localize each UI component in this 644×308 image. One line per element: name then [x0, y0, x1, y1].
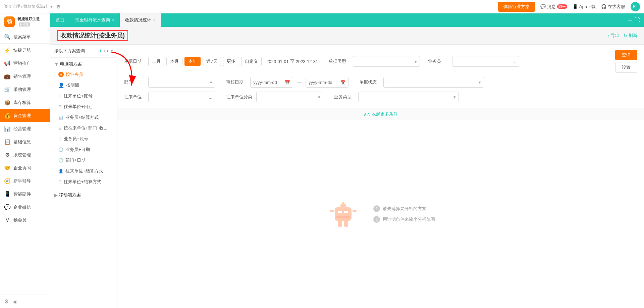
nav-dropdown[interactable]: ▾ [50, 4, 52, 9]
new-guide-label: 新手引导 [13, 178, 31, 184]
by-salesperson-label: 按业务员 [66, 71, 83, 78]
svg-rect-7 [353, 210, 357, 212]
scheme-item-salesperson-date[interactable]: 🕐 业务员+日期 [50, 144, 117, 155]
nav-enterprise-collab[interactable]: 🤝 企业协同 [0, 161, 50, 174]
app-logo: 畅 [4, 16, 15, 27]
scheme-add-btn[interactable]: + [99, 48, 102, 54]
nav-fund[interactable]: 💰 资金管理 [0, 109, 50, 122]
scheme-item-counterparty-date[interactable]: ⊞ 往来单位+日期 [50, 101, 117, 112]
refresh-button[interactable]: ↻ 刷新 [624, 33, 637, 39]
nav-inventory[interactable]: 📦 库存核算 [0, 96, 50, 109]
nav-basic-info[interactable]: 📋 基础信息 [0, 135, 50, 148]
filter-row-1: 单据日期 上月 本月 本年 近7天 更多 自定义 2023-01-01 [124, 50, 637, 73]
sidebar-collapse-btn[interactable]: ◀ [13, 299, 16, 304]
nav-marketing[interactable]: 📢 营销推广 [0, 57, 50, 70]
audit-date-from-calendar-icon[interactable]: 📅 [285, 80, 290, 85]
nav-operation[interactable]: 📊 经营管理 [0, 122, 50, 135]
smart-hardware-icon: 📱 [4, 191, 11, 197]
main-content: 按以下方案查询 + ⚙ « ▼ 电脑端方案 [50, 45, 644, 308]
counterparty-select[interactable]: ... [148, 92, 215, 102]
scheme-item-salesperson-account[interactable]: ⊞ 业务员+账号 [50, 134, 117, 144]
business-type-label: 业务类型 [334, 94, 354, 100]
tab-collection-stats[interactable]: 收款情况统计 × [120, 13, 161, 27]
smart-hardware-label: 智能硬件 [13, 191, 31, 197]
nav-system[interactable]: ⚙ 系统管理 [0, 148, 50, 161]
sidebar-settings-btn[interactable]: ⚙ [4, 298, 9, 305]
nav-new-guide[interactable]: 🧭 新手引导 [0, 174, 50, 188]
scheme-collapse-btn[interactable]: « [110, 48, 113, 54]
counterparty-more-btn[interactable]: ... [209, 95, 212, 100]
nav-smart-hardware[interactable]: 📱 智能硬件 [0, 188, 50, 201]
date-from: 2023-01-01 [266, 59, 289, 64]
counterparty-category-select[interactable]: ▾ [256, 92, 323, 102]
date-dash: — [297, 80, 302, 85]
app-download-button[interactable]: 📱 App下载 [573, 4, 596, 10]
scheme-item-by-detail[interactable]: 👤 按明细 [50, 80, 117, 91]
audit-date-from-input[interactable] [253, 80, 283, 85]
operation-label: 经营管理 [13, 126, 31, 132]
scheme-section-desktop-title[interactable]: ▼ 电脑端方案 [50, 59, 117, 69]
scheme-item-counterparty-account[interactable]: ⊞ 往来单位+账号 [50, 91, 117, 101]
tab-bank-flow[interactable]: 现金银行流水查询 × [70, 13, 120, 27]
audit-date-to-input[interactable] [309, 80, 339, 85]
scheme-panel: 按以下方案查询 + ⚙ « ▼ 电脑端方案 [50, 45, 117, 308]
scheme-settings-btn[interactable]: ⚙ [104, 48, 108, 54]
date-btn-more[interactable]: 更多 [223, 57, 239, 66]
collapse-bar[interactable]: ∧∧ 收起更多条件 [117, 108, 644, 120]
inventory-icon: 📦 [4, 99, 11, 106]
date-btn-last-month[interactable]: 上月 [148, 57, 164, 66]
scheme-header-actions: + ⚙ « [99, 48, 113, 54]
doc-status-select[interactable]: ▾ [383, 77, 484, 88]
salesperson-more-btn[interactable]: ... [513, 59, 516, 64]
settings-gear[interactable]: ⚙ [56, 4, 61, 9]
mobile-expand-icon: ▶ [54, 193, 58, 198]
salesperson-select[interactable]: ... [452, 56, 519, 67]
filter-form: 单据日期 上月 本月 本年 近7天 更多 自定义 2023-01-01 [117, 45, 644, 108]
tab-collection-stats-close[interactable]: × [153, 18, 156, 22]
trial-button[interactable]: 体验行业方案 [498, 2, 535, 12]
nav-quick-nav[interactable]: ⚡ 快捷导航 [0, 44, 50, 57]
nav-search-menu[interactable]: 🔍 搜索菜单 [0, 30, 50, 44]
tip-1-number: 1 [373, 205, 380, 212]
audit-date-to-calendar-icon[interactable]: 📅 [340, 80, 345, 85]
scheme-item-salesperson-settlement[interactable]: 📊 业务员+结算方式 [50, 112, 117, 123]
audit-date-label: 审核日期 [226, 79, 246, 85]
marketing-label: 营销推广 [13, 60, 31, 66]
tab-bank-flow-close[interactable]: × [112, 18, 114, 22]
tab-home[interactable]: 首页 [50, 17, 70, 23]
nav-sales[interactable]: 💼 销售管理 [0, 70, 50, 83]
settings-button[interactable]: 设置 [615, 62, 637, 73]
messages-button[interactable]: 💬 消息 99+ [540, 4, 567, 10]
tab-minimize-btn[interactable]: ─ [628, 17, 632, 23]
doc-type-select[interactable]: ▾ [353, 56, 420, 67]
empty-tip-2: 2 用过滤条件来缩小分析范围 [373, 216, 435, 223]
sales-label: 销售管理 [13, 73, 31, 80]
nav-member[interactable]: V 畅会员 [0, 214, 50, 226]
tab-maximize-btn[interactable]: ⛶ [635, 17, 640, 23]
counterparty-settlement1-icon: 👤 [58, 169, 63, 173]
date-to: 2023-12-31 [296, 59, 318, 64]
nav-enterprise-wechat[interactable]: 💬 企业微信 [0, 201, 50, 214]
scheme-item-counterparty-dept[interactable]: ⊞ 按往来单位+部门+收... [50, 123, 117, 134]
business-type-select[interactable]: ▾ [358, 92, 459, 102]
top-header-right: 体验行业方案 💬 消息 99+ 📱 App下载 🎧 在线客服 Rit [498, 2, 640, 12]
date-btn-last-7[interactable]: 近7天 [203, 57, 221, 66]
date-btn-this-month[interactable]: 本月 [166, 57, 182, 66]
tab-bank-flow-label: 现金银行流水查询 [75, 17, 110, 23]
scheme-item-counterparty-settlement2[interactable]: ⊞ 往来单位+结算方式 [50, 176, 117, 187]
edition-badge: 标准版 [19, 22, 30, 27]
query-button[interactable]: 查询 [615, 50, 637, 60]
nav-purchase[interactable]: 🛒 采购管理 [0, 83, 50, 96]
dept-select[interactable]: ▾ [148, 77, 215, 88]
quick-nav-icon: ⚡ [4, 47, 11, 53]
online-service-button[interactable]: 🎧 在线客服 [601, 4, 625, 10]
date-btn-custom[interactable]: 自定义 [241, 57, 262, 66]
user-avatar[interactable]: Rit [631, 2, 640, 11]
dept-date-label: 部门+日期 [65, 157, 86, 163]
date-btn-this-year[interactable]: 本年 [184, 57, 201, 66]
export-button[interactable]: ↑ 导出 [607, 33, 620, 39]
scheme-section-mobile-title[interactable]: ▶ 移动端方案 [50, 190, 117, 200]
scheme-item-dept-date[interactable]: 🕐 部门+日期 [50, 155, 117, 166]
scheme-item-counterparty-settlement1[interactable]: 👤 往来单位+结算方式 [50, 166, 117, 176]
scheme-item-by-salesperson[interactable]: ● 按业务员 [50, 69, 117, 80]
